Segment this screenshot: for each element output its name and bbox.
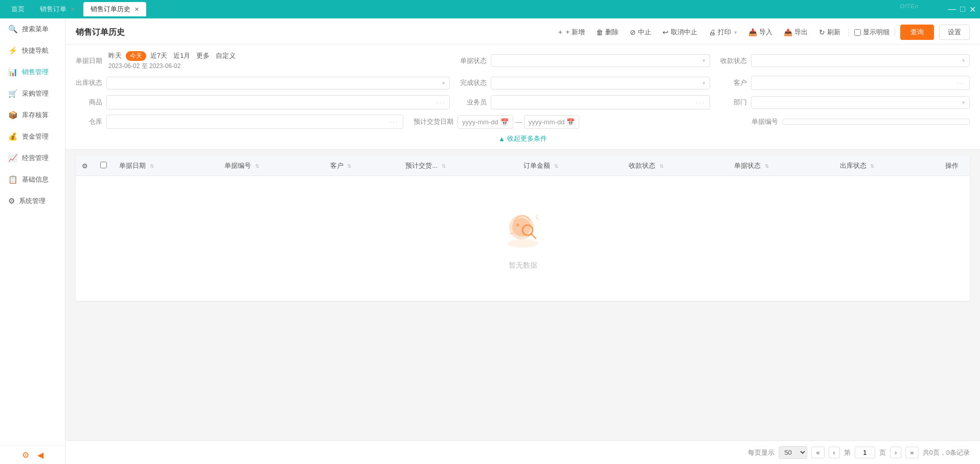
display-detail-input[interactable] [854, 29, 861, 36]
sidebar-item-fund-mgmt[interactable]: 💰 资金管理 [0, 126, 65, 147]
window-minimize-icon[interactable]: — [948, 5, 956, 14]
filter-completion-status-control[interactable]: ▾ [491, 77, 710, 90]
filter-department-item: 部门 ▾ [720, 96, 970, 109]
tab-sales-order-history[interactable]: 销售订单历史 ✕ [83, 2, 146, 16]
filter-salesperson-item: 业务员 ··· [460, 95, 710, 109]
filter-warehouse-control[interactable]: ··· [106, 115, 403, 129]
display-detail-checkbox[interactable]: 显示明细 [854, 28, 890, 37]
page-size-select[interactable]: 10 20 50 100 [779, 446, 807, 459]
sidebar: 🔍 搜索菜单 ⚡ 快捷导航 📊 销售管理 🛒 采购管理 📦 库存核算 💰 资金管… [0, 18, 65, 464]
tab-home[interactable]: 首页 [4, 2, 32, 16]
tab-sales-order-close[interactable]: ✕ [71, 6, 75, 13]
tab-sales-order[interactable]: 销售订单 ✕ [33, 2, 82, 16]
window-close-icon[interactable]: ✕ [969, 5, 976, 14]
filter-delivery-status-label: 出库状态 [76, 78, 106, 87]
search-menu-icon: 🔍 [8, 25, 18, 34]
th-date[interactable]: 单据日期 ⇅ [113, 156, 218, 176]
filter-row-4: 仓库 ··· 预计交货日期 yyyy-mm-dd 📅 — [76, 115, 970, 129]
department-arrow-icon: ▾ [962, 99, 965, 106]
new-button[interactable]: ＋ + 新增 [554, 26, 588, 39]
sidebar-item-quick-nav[interactable]: ⚡ 快捷导航 [0, 40, 65, 61]
delivery-date-end-input[interactable]: yyyy-mm-dd 📅 [524, 115, 580, 129]
gear-settings-icon[interactable]: ⚙ [82, 162, 88, 170]
content-area: 销售订单历史 ＋ + 新增 🗑 删除 ⊘ 中止 ↩ [65, 18, 980, 464]
filter-customer-item: 客户 ··· [720, 76, 970, 90]
sidebar-item-search-menu[interactable]: 🔍 搜索菜单 [0, 18, 65, 40]
sort-date-icon: ⇅ [150, 163, 154, 169]
cancel-stop-button[interactable]: ↩ 取消中止 [659, 26, 700, 39]
th-order-status[interactable]: 单据状态 ⇅ [728, 156, 833, 176]
filter-payment-status-control[interactable]: ▾ [751, 54, 970, 67]
th-amount[interactable]: 订单金额 ⇅ [517, 156, 623, 176]
refresh-button[interactable]: ↻ 刷新 [816, 26, 844, 39]
th-gear[interactable]: ⚙ [76, 156, 94, 176]
query-button[interactable]: 查询 [900, 25, 934, 40]
tab-sales-order-history-close[interactable]: ✕ [134, 6, 139, 13]
page-header: 销售订单历史 ＋ + 新增 🗑 删除 ⊘ 中止 ↩ [65, 18, 980, 45]
filter-product-control[interactable]: ··· [106, 95, 450, 109]
table-area: ⚙ 单据日期 ⇅ 单据编号 ⇅ [65, 150, 980, 440]
setting-button[interactable]: 设置 [939, 25, 970, 40]
main-layout: 🔍 搜索菜单 ⚡ 快捷导航 📊 销售管理 🛒 采购管理 📦 库存核算 💰 资金管… [0, 18, 980, 464]
first-page-button[interactable]: « [811, 447, 824, 458]
order-status-arrow-icon: ▾ [702, 57, 705, 64]
brand-watermark: OfTEn [900, 3, 919, 9]
filter-department-control[interactable]: ▾ [751, 96, 970, 109]
last-page-button[interactable]: » [905, 447, 918, 458]
filter-order-status-control[interactable]: ▾ [491, 54, 710, 67]
import-button[interactable]: 📥 导入 [745, 26, 776, 39]
page-number-input[interactable] [855, 447, 875, 458]
sidebar-collapse-icon[interactable]: ◀ [37, 450, 43, 460]
next-page-button[interactable]: › [890, 447, 901, 458]
date-more-btn[interactable]: 更多 [194, 51, 212, 61]
th-number[interactable]: 单据编号 ⇅ [218, 156, 324, 176]
print-button[interactable]: 🖨 打印 ▾ [705, 26, 740, 39]
date-custom-btn[interactable]: 自定义 [214, 51, 238, 61]
filter-customer-control[interactable]: ··· [751, 76, 970, 90]
filter-delivery-date-item: 预计交货日期 yyyy-mm-dd 📅 — yyyy-mm-dd 📅 [414, 115, 741, 129]
filter-date-label: 单据日期 [76, 56, 106, 65]
prev-page-button[interactable]: ‹ [829, 447, 840, 458]
warehouse-dots-icon: ··· [390, 118, 399, 126]
date-today-btn[interactable]: 今天 [126, 51, 146, 61]
th-customer[interactable]: 客户 ⇅ [324, 156, 400, 176]
sidebar-item-purchase-mgmt[interactable]: 🛒 采购管理 [0, 83, 65, 104]
date-range-separator: — [515, 118, 522, 126]
svg-line-4 [531, 234, 536, 238]
window-maximize-icon[interactable]: □ [960, 5, 965, 14]
th-delivery-date[interactable]: 预计交货... ⇅ [399, 156, 517, 176]
sidebar-item-quick-nav-label: 快捷导航 [22, 46, 49, 55]
th-payment-status[interactable]: 收款状态 ⇅ [623, 156, 728, 176]
date-last7-btn[interactable]: 近7天 [148, 51, 169, 61]
select-all-checkbox[interactable] [100, 162, 107, 168]
sidebar-item-ops-mgmt[interactable]: 📈 经营管理 [0, 147, 65, 169]
sort-delivery-icon: ⇅ [442, 163, 446, 169]
import-icon: 📥 [748, 28, 757, 36]
sidebar-item-sales-mgmt[interactable]: 📊 销售管理 [0, 61, 65, 83]
collapse-row[interactable]: ▲ 收起更多条件 [76, 134, 970, 143]
filter-salesperson-control[interactable]: ··· [491, 95, 710, 109]
date-yesterday-btn[interactable]: 昨天 [106, 51, 124, 61]
th-checkbox[interactable] [94, 156, 113, 176]
sidebar-item-sales-mgmt-label: 销售管理 [22, 68, 49, 77]
delete-button[interactable]: 🗑 删除 [593, 26, 622, 39]
filter-area: 单据日期 昨天 今天 近7天 近1月 更多 自定义 2023-06-02 至 2… [65, 45, 980, 150]
filter-order-number-control[interactable] [782, 119, 970, 125]
stop-button[interactable]: ⊘ 中止 [627, 26, 654, 39]
calendar-end-icon: 📅 [566, 118, 575, 126]
date-last-month-btn[interactable]: 近1月 [171, 51, 192, 61]
pagination-bar: 每页显示 10 20 50 100 « ‹ 第 页 › » 共0页，0条记录 [65, 440, 980, 464]
empty-state-row: 暂无数据 [76, 176, 970, 301]
sidebar-item-basic-info[interactable]: 📋 基础信息 [0, 169, 65, 190]
th-delivery-status[interactable]: 出库状态 ⇅ [834, 156, 939, 176]
sidebar-item-inventory-check[interactable]: 📦 库存核算 [0, 104, 65, 126]
table-header-row: ⚙ 单据日期 ⇅ 单据编号 ⇅ [76, 156, 970, 176]
sidebar-item-search-menu-label: 搜索菜单 [22, 25, 49, 34]
toolbar-divider [849, 28, 849, 36]
top-tab-bar: 首页 销售订单 ✕ 销售订单历史 ✕ — □ ✕ OfTEn [0, 0, 980, 18]
sidebar-settings-icon[interactable]: ⚙ [22, 450, 29, 460]
export-button[interactable]: 📤 导出 [781, 26, 811, 39]
delivery-date-start-input[interactable]: yyyy-mm-dd 📅 [458, 115, 513, 129]
filter-delivery-status-control[interactable]: ▾ [106, 77, 450, 90]
sidebar-item-sys-mgmt[interactable]: ⚙ 系统管理 [0, 190, 65, 212]
